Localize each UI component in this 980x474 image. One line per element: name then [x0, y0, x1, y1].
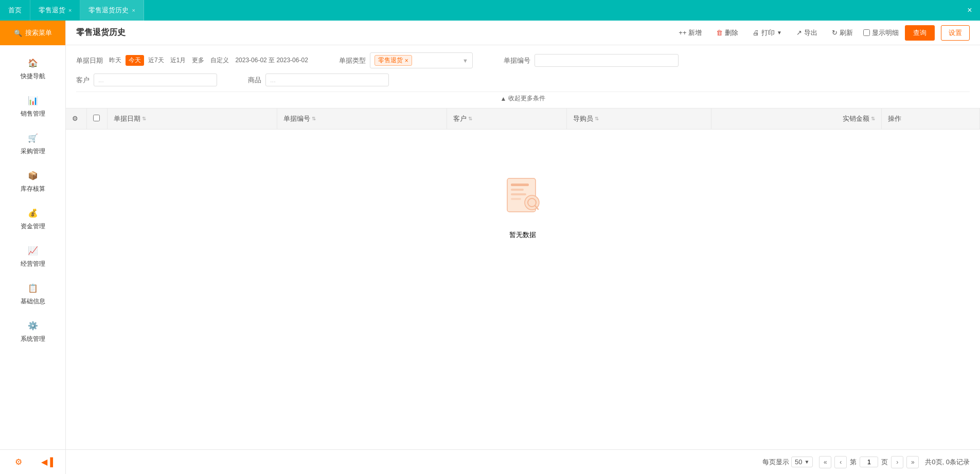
date-range-display: 2023-06-02 至 2023-06-02: [235, 56, 308, 65]
delete-icon: 🗑: [716, 29, 723, 37]
th-doc-no-label: 单据编号: [283, 114, 310, 123]
tab-retail-return[interactable]: 零售退货 ×: [30, 0, 80, 21]
tab-home[interactable]: 首页: [0, 0, 30, 21]
export-icon: ↗: [796, 29, 802, 37]
date-btn-more[interactable]: 更多: [190, 55, 206, 66]
first-page-button[interactable]: «: [819, 456, 831, 468]
refresh-button[interactable]: ↻ 刷新: [828, 26, 857, 40]
doc-type-tag-text: 零售退货: [378, 56, 403, 65]
per-page-select[interactable]: 50 ▼: [791, 457, 813, 467]
sidebar-item-operations[interactable]: 📈 经营管理: [0, 237, 65, 275]
page-nav: « ‹ 第 页 › »: [819, 456, 919, 468]
customer-filter-label: 客户: [76, 76, 90, 85]
page-label: 第: [850, 458, 857, 467]
speaker-button[interactable]: ◀▐: [39, 454, 55, 470]
doc-type-tag-close[interactable]: ×: [405, 57, 408, 64]
tab-retail-return-history-close[interactable]: ×: [132, 7, 135, 13]
doc-no-label: 单据编号: [504, 56, 530, 65]
sidebar-item-inventory[interactable]: 📦 库存核算: [0, 162, 65, 199]
last-page-button[interactable]: »: [906, 456, 919, 468]
doc-no-input[interactable]: [534, 54, 679, 67]
settings-button[interactable]: ⚙: [10, 454, 27, 470]
date-filter-label: 单据日期: [76, 56, 103, 65]
table-header: ⚙ 单据日期 ⇅ 单据编号: [66, 108, 980, 129]
date-btn-1month[interactable]: 近1月: [168, 55, 188, 66]
sidebar-item-quick-nav[interactable]: 🏠 快捷导航: [0, 49, 65, 87]
th-amount[interactable]: 实销金额 ⇅: [711, 108, 881, 129]
th-checkbox[interactable]: [86, 108, 107, 129]
sidebar-item-finance[interactable]: 💰 资金管理: [0, 199, 65, 237]
sidebar-item-purchase[interactable]: 🛒 采购管理: [0, 124, 65, 162]
doc-type-select[interactable]: 零售退货 × ▼: [370, 52, 473, 68]
svg-rect-1: [511, 184, 529, 186]
prev-page-button[interactable]: ‹: [834, 456, 847, 468]
add-icon: +: [679, 29, 683, 37]
th-amount-label: 实销金额: [843, 114, 869, 123]
tab-retail-return-history[interactable]: 零售退货历史 ×: [80, 0, 144, 21]
sort-guide-icon: ⇅: [595, 116, 599, 121]
doc-type-label: 单据类型: [339, 56, 366, 65]
customer-placeholder: ...: [98, 76, 104, 84]
table-body: 暂无数据: [66, 129, 980, 281]
collapse-label: 收起更多条件: [508, 94, 545, 103]
show-detail-checkbox-label[interactable]: 显示明细: [863, 28, 899, 38]
window-close-button[interactable]: ×: [959, 0, 980, 21]
sidebar-item-base-info[interactable]: 📋 基础信息: [0, 275, 65, 312]
select-all-checkbox[interactable]: [93, 115, 100, 121]
sidebar-item-sales-label: 销售管理: [21, 110, 45, 118]
page-size-select: 每页显示 50 ▼: [762, 457, 813, 467]
query-button[interactable]: 查询: [905, 25, 935, 41]
date-btn-today[interactable]: 今天: [126, 55, 144, 66]
purchase-icon: 🛒: [26, 131, 40, 145]
th-guide[interactable]: 导购员 ⇅: [566, 108, 711, 129]
inventory-icon: 📦: [26, 168, 40, 183]
sidebar-item-system[interactable]: ⚙️ 系统管理: [0, 312, 65, 350]
next-page-button[interactable]: ›: [891, 456, 903, 468]
th-customer[interactable]: 客户 ⇅: [447, 108, 567, 129]
page-header: 零售退货历史 + + 新增 🗑 删除 🖨 打印 ▼ ↗ 导出: [66, 21, 980, 45]
print-dropdown-icon: ▼: [777, 30, 782, 35]
empty-text: 暂无数据: [509, 230, 536, 240]
sidebar-nav: 🏠 快捷导航 📊 销售管理 🛒 采购管理 📦 库存核算 💰 资金管理 📈: [0, 45, 65, 449]
per-page-dropdown-icon: ▼: [804, 459, 809, 465]
date-btn-custom[interactable]: 自定义: [208, 55, 231, 66]
data-table: ⚙ 单据日期 ⇅ 单据编号: [66, 108, 980, 281]
th-doc-date[interactable]: 单据日期 ⇅: [107, 108, 277, 129]
svg-rect-4: [511, 198, 521, 200]
th-doc-date-label: 单据日期: [114, 114, 140, 123]
settings-button-header[interactable]: 设置: [941, 25, 970, 41]
per-page-label: 每页显示: [762, 458, 789, 467]
th-doc-no[interactable]: 单据编号 ⇅: [277, 108, 447, 129]
th-action-label: 操作: [888, 115, 901, 122]
collapse-more-button[interactable]: ▲ 收起更多条件: [76, 92, 970, 105]
refresh-icon: ↻: [832, 29, 838, 37]
total-info: 共0页, 0条记录: [925, 458, 970, 467]
doc-type-filter: 单据类型 零售退货 × ▼: [339, 52, 473, 68]
system-icon: ⚙️: [26, 318, 40, 333]
print-button[interactable]: 🖨 打印 ▼: [749, 26, 786, 40]
delete-button[interactable]: 🗑 删除: [712, 26, 742, 40]
tab-list: 首页 零售退货 × 零售退货历史 ×: [0, 0, 959, 21]
th-action: 操作: [881, 108, 979, 129]
tab-retail-return-label: 零售退货: [39, 6, 65, 15]
customer-select[interactable]: ...: [94, 74, 217, 86]
page-number-input[interactable]: [860, 457, 878, 467]
customer-filter: 客户 ...: [76, 74, 217, 86]
quick-nav-icon: 🏠: [26, 56, 40, 70]
th-settings[interactable]: ⚙: [66, 108, 86, 129]
date-btn-7days[interactable]: 近7天: [146, 55, 166, 66]
sales-icon: 📊: [26, 93, 40, 107]
tab-retail-return-close[interactable]: ×: [68, 7, 72, 13]
date-btn-yesterday[interactable]: 昨天: [107, 55, 123, 66]
show-detail-checkbox[interactable]: [863, 29, 870, 36]
search-icon: 🔍: [14, 29, 22, 37]
tab-retail-return-history-label: 零售退货历史: [88, 6, 129, 15]
sidebar-item-sales[interactable]: 📊 销售管理: [0, 87, 65, 124]
sidebar-search[interactable]: 🔍 搜索菜单: [0, 21, 65, 45]
export-button[interactable]: ↗ 导出: [792, 26, 822, 40]
sidebar-item-quick-nav-label: 快捷导航: [21, 72, 45, 81]
add-button[interactable]: + + 新增: [674, 26, 706, 40]
goods-select[interactable]: ...: [265, 74, 389, 86]
sidebar-item-purchase-label: 采购管理: [21, 147, 45, 156]
show-detail-label: 显示明细: [872, 28, 899, 38]
